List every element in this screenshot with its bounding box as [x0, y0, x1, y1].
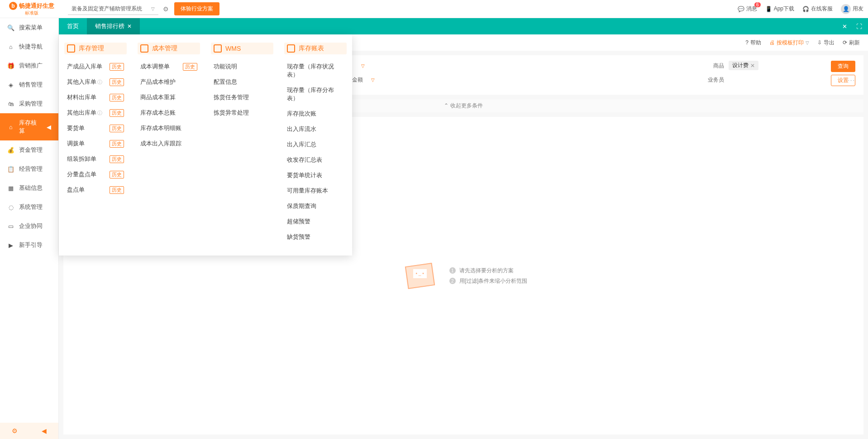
- logo-subtext: 标准版: [25, 10, 38, 16]
- history-tag[interactable]: 历史: [110, 78, 124, 86]
- user-menu[interactable]: 👤 用友: [841, 4, 863, 14]
- help-button[interactable]: ? 帮助: [745, 39, 761, 47]
- industry-plan-button[interactable]: 体验行业方案: [174, 2, 219, 15]
- history-tag[interactable]: 历史: [110, 171, 124, 178]
- system-select[interactable]: 装备及固定资产辅助管理系统 ▽: [68, 3, 158, 15]
- step1-text: 请先选择要分析的方案: [459, 267, 514, 275]
- mega-menu-item[interactable]: 调拨单历史: [64, 136, 127, 151]
- chevron-down-icon: ▽: [806, 40, 809, 45]
- mega-menu-item[interactable]: 出入库流水: [284, 121, 347, 137]
- section-title: 库存账表: [299, 44, 324, 53]
- history-tag[interactable]: 历史: [110, 109, 124, 117]
- mega-menu-item[interactable]: 现存量（库存状况表）: [284, 59, 347, 82]
- sidebar-item-6[interactable]: 💰资金管理: [0, 140, 58, 159]
- mega-menu-item[interactable]: 出入库汇总: [284, 137, 347, 152]
- export-button[interactable]: ⇩ 导出: [817, 39, 835, 47]
- mega-item-label: 可用量库存账本: [287, 187, 328, 195]
- app-download-button[interactable]: 📱 App下载: [765, 5, 794, 13]
- mega-menu-item[interactable]: 收发存汇总表: [284, 152, 347, 168]
- history-tag[interactable]: 历史: [110, 94, 124, 101]
- close-all-icon[interactable]: ✕: [840, 22, 849, 31]
- sidebar-item-3[interactable]: ◈销售管理: [0, 75, 58, 94]
- sidebar-item-4[interactable]: 🛍采购管理: [0, 94, 58, 113]
- mega-menu-item[interactable]: 拣货异常处理: [211, 105, 273, 121]
- sidebar-item-11[interactable]: ▶新手引导: [0, 236, 58, 255]
- mega-item-label: 收发存汇总表: [287, 156, 322, 164]
- mega-item-label: 出入库流水: [287, 125, 316, 133]
- mega-menu-item[interactable]: 成本出入库跟踪: [138, 136, 200, 151]
- mega-menu-item[interactable]: 盘点单历史: [64, 182, 127, 198]
- sidebar-label: 采购管理: [19, 100, 43, 108]
- sidebar-item-2[interactable]: 🎁营销推广: [0, 56, 58, 75]
- close-icon[interactable]: ✕: [127, 23, 132, 29]
- mega-menu-item[interactable]: 库存批次账: [284, 106, 347, 121]
- mega-menu-item[interactable]: 要货单统计表: [284, 168, 347, 183]
- chevron-down-icon[interactable]: ▽: [371, 77, 375, 82]
- fullscreen-icon[interactable]: ⛶: [854, 22, 863, 31]
- sidebar-item-7[interactable]: 📋经营管理: [0, 159, 58, 178]
- mega-menu-item[interactable]: 产成品入库单历史: [64, 59, 127, 74]
- message-button[interactable]: 💬 消息 6: [738, 5, 757, 13]
- step-number: 2: [449, 278, 456, 284]
- mega-menu-item[interactable]: 材料出库单历史: [64, 90, 127, 105]
- settings-button[interactable]: 设置: [831, 75, 855, 86]
- mega-menu-item[interactable]: 库存成本总账: [138, 105, 200, 121]
- mega-item-label: 超储预警: [287, 217, 310, 226]
- sidebar-item-9[interactable]: ◌系统管理: [0, 198, 58, 217]
- support-button[interactable]: 🎧 在线客服: [802, 5, 833, 13]
- tab-home[interactable]: 首页: [59, 18, 87, 34]
- history-tag[interactable]: 历史: [110, 155, 124, 163]
- tab-sales-ranking[interactable]: 销售排行榜 ✕: [87, 18, 140, 34]
- mega-menu-item[interactable]: 其他入库单ⓘ历史: [64, 74, 127, 90]
- sidebar-item-10[interactable]: ▭企业协同: [0, 217, 58, 236]
- goods-chip-label: 设计费: [732, 62, 749, 69]
- empty-steps: 1请先选择要分析的方案 2用[过滤]条件来缩小分析范围: [449, 264, 528, 288]
- history-tag[interactable]: 历史: [110, 140, 124, 148]
- sidebar: 🔍搜索菜单⌂快捷导航🎁营销推广◈销售管理🛍采购管理⌂库存核算◀💰资金管理📋经营管…: [0, 18, 59, 439]
- mega-menu-item[interactable]: 库存成本明细账: [138, 121, 200, 136]
- export-icon: ⇩: [817, 39, 822, 46]
- mega-menu-item[interactable]: 拣货任务管理: [211, 90, 273, 105]
- mega-menu-item[interactable]: 配置信息: [211, 74, 273, 90]
- mega-menu-item[interactable]: 超储预警: [284, 214, 347, 229]
- sidebar-item-5[interactable]: ⌂库存核算◀: [0, 113, 58, 140]
- refresh-button[interactable]: ⟳ 刷新: [843, 39, 860, 47]
- mega-menu-item[interactable]: 缺货预警: [284, 229, 347, 245]
- mega-menu-item[interactable]: 功能说明: [211, 59, 273, 74]
- gear-icon[interactable]: ⚙: [163, 5, 169, 13]
- sidebar-item-0[interactable]: 🔍搜索菜单: [0, 18, 58, 37]
- mega-menu-item[interactable]: 分量盘点单历史: [64, 167, 127, 182]
- help-label: 帮助: [750, 39, 761, 47]
- mega-menu-item[interactable]: 现存量（库存分布表）: [284, 82, 347, 106]
- mega-menu-item[interactable]: 要货单历史: [64, 121, 127, 136]
- mega-menu-item[interactable]: 保质期查询: [284, 198, 347, 214]
- history-tag[interactable]: 历史: [183, 63, 197, 71]
- history-tag[interactable]: 历史: [110, 186, 124, 194]
- mega-menu-item[interactable]: 成本调整单历史: [138, 59, 200, 74]
- collapse-label: 收起更多条件: [450, 102, 483, 109]
- step-number: 1: [449, 267, 456, 274]
- mega-menu-item[interactable]: 可用量库存账本: [284, 183, 347, 198]
- mega-item-label: 产成品入库单: [67, 63, 102, 71]
- mega-item-label: 拣货异常处理: [214, 109, 249, 117]
- sidebar-label: 新手引导: [19, 241, 43, 249]
- sidebar-icon: 🎁: [7, 63, 14, 69]
- amount-suffix: 金额: [352, 76, 363, 84]
- history-tag[interactable]: 历史: [110, 125, 124, 132]
- print-template-button[interactable]: 🖨 按模板打印 ▽: [769, 39, 809, 47]
- settings-gear-icon[interactable]: ⚙: [12, 427, 18, 434]
- chevron-down-icon[interactable]: ▽: [361, 63, 365, 68]
- goods-chip[interactable]: 设计费 ✕: [729, 61, 758, 70]
- top-header: b 畅捷通好生意 标准版 装备及固定资产辅助管理系统 ▽ ⚙ 体验行业方案 💬 …: [0, 0, 868, 18]
- mega-menu-item[interactable]: 商品成本重算: [138, 90, 200, 105]
- mega-menu-item[interactable]: 其他出库单ⓘ历史: [64, 105, 127, 121]
- mega-menu-item[interactable]: 产品成本维护: [138, 74, 200, 90]
- sidebar-icon: 📋: [7, 166, 14, 173]
- sidebar-item-8[interactable]: ▦基础信息: [0, 178, 58, 198]
- history-tag[interactable]: 历史: [110, 63, 124, 71]
- sidebar-item-1[interactable]: ⌂快捷导航: [0, 37, 58, 56]
- query-button[interactable]: 查询: [831, 61, 855, 72]
- mega-menu-item[interactable]: 组装拆卸单历史: [64, 151, 127, 167]
- collapse-sidebar-icon[interactable]: ◀: [42, 427, 47, 434]
- chip-remove-icon[interactable]: ✕: [750, 63, 755, 69]
